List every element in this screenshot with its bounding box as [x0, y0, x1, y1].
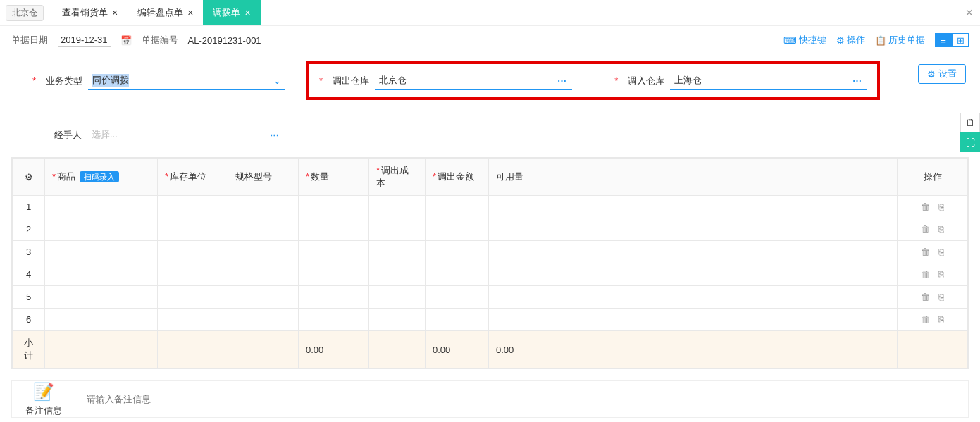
more-icon: ⋯: [270, 130, 280, 140]
items-table: ⚙ *商品扫码录入 *库存单位 规格型号 *数量 *调出成本 *调出金额 可用量…: [12, 158, 968, 368]
history-link[interactable]: 📋 历史单据: [875, 34, 925, 46]
row-index: 5: [13, 286, 45, 309]
row-index: 3: [13, 241, 45, 263]
tab-label: 调拨单: [213, 6, 240, 19]
row-index: 2: [13, 218, 45, 241]
row-index: 1: [13, 196, 45, 218]
more-icon: ⋯: [852, 75, 863, 86]
required-icon: *: [614, 75, 618, 86]
delete-icon[interactable]: 🗑: [921, 224, 930, 235]
subtotal-available: 0.00: [489, 331, 898, 368]
row-index: 4: [13, 263, 45, 286]
in-warehouse-value: 上海仓: [674, 74, 702, 87]
biz-type-select[interactable]: 同价调拨 ⌄: [88, 71, 285, 90]
copy-icon[interactable]: ⎘: [938, 201, 944, 212]
table-row[interactable]: 4 🗑⎘: [13, 263, 968, 286]
col-gear[interactable]: ⚙: [13, 159, 45, 196]
table-row[interactable]: 3 🗑⎘: [13, 241, 968, 263]
subtotal-amount: 0.00: [426, 331, 489, 368]
table-row[interactable]: 6 🗑⎘: [13, 309, 968, 331]
in-warehouse-label: 调入仓库: [625, 75, 664, 87]
shortcut-link[interactable]: ⌨ 快捷键: [783, 34, 826, 46]
table-row[interactable]: 5 🗑⎘: [13, 286, 968, 309]
delete-icon[interactable]: 🗑: [921, 247, 930, 257]
copy-icon[interactable]: ⎘: [938, 269, 944, 280]
handler-label: 经手人: [32, 129, 82, 142]
warehouse-highlight-box: * 调出仓库 北京仓 ⋯ * 调入仓库 上海仓 ⋯: [306, 61, 880, 100]
table-row[interactable]: 1 🗑⎘: [13, 196, 968, 218]
more-icon: ⋯: [557, 75, 568, 86]
subtotal-qty: 0.00: [299, 331, 369, 368]
handler-select[interactable]: 选择... ⋯: [87, 125, 285, 144]
doc-no-label: 单据编号: [142, 34, 178, 46]
tab-view-sales[interactable]: 查看销货单 ×: [52, 0, 128, 25]
required-icon: *: [319, 75, 323, 86]
scan-badge[interactable]: 扫码录入: [80, 171, 119, 182]
col-ops: 操作: [898, 159, 968, 196]
col-unit: *库存单位: [158, 159, 228, 196]
delete-icon[interactable]: 🗑: [921, 269, 930, 280]
operate-link[interactable]: ⚙ 操作: [836, 34, 865, 46]
col-out-cost: *调出成本: [369, 159, 426, 196]
location-tag[interactable]: 北京仓: [6, 5, 44, 21]
delete-icon[interactable]: 🗑: [921, 314, 930, 325]
copy-icon[interactable]: ⎘: [938, 224, 944, 235]
tab-label: 查看销货单: [62, 6, 108, 19]
delete-icon[interactable]: 🗑: [921, 201, 930, 212]
table-row[interactable]: 2 🗑⎘: [13, 218, 968, 241]
delete-icon[interactable]: 🗑: [921, 292, 930, 302]
subtotal-label: 小计: [13, 331, 45, 368]
side-note-icon[interactable]: 🗒: [960, 113, 980, 132]
out-warehouse-value: 北京仓: [379, 74, 407, 87]
row-index: 6: [13, 309, 45, 331]
chevron-down-icon: ⌄: [273, 75, 281, 86]
view-list-button[interactable]: ≡: [935, 33, 952, 47]
view-grid-button[interactable]: ⊞: [952, 33, 969, 47]
gear-icon: ⚙: [927, 69, 936, 80]
remark-label: 备注信息: [25, 404, 62, 417]
copy-icon[interactable]: ⎘: [938, 292, 944, 302]
in-warehouse-select[interactable]: 上海仓 ⋯: [670, 71, 867, 90]
col-available: 可用量: [489, 159, 898, 196]
copy-icon[interactable]: ⎘: [938, 247, 944, 257]
copy-icon[interactable]: ⎘: [938, 314, 944, 325]
close-icon[interactable]: ×: [187, 7, 193, 18]
calendar-icon[interactable]: 📅: [120, 35, 132, 46]
tab-label: 编辑盘点单: [137, 6, 183, 19]
tab-transfer[interactable]: 调拨单 ×: [203, 0, 260, 25]
out-warehouse-select[interactable]: 北京仓 ⋯: [375, 71, 572, 90]
out-warehouse-label: 调出仓库: [330, 75, 369, 87]
handler-placeholder: 选择...: [92, 128, 118, 141]
side-expand-icon[interactable]: ⛶: [960, 132, 980, 152]
doc-no-value: AL-20191231-001: [188, 35, 261, 46]
col-product: *商品扫码录入: [45, 159, 158, 196]
tab-edit-inventory[interactable]: 编辑盘点单 ×: [128, 0, 203, 25]
close-panel-icon[interactable]: ×: [965, 6, 973, 20]
biz-type-value: 同价调拨: [92, 74, 129, 87]
close-icon[interactable]: ×: [244, 7, 250, 18]
col-qty: *数量: [299, 159, 369, 196]
date-value[interactable]: 2019-12-31: [58, 33, 111, 47]
date-label: 单据日期: [11, 34, 48, 46]
remark-input[interactable]: [75, 381, 968, 417]
note-icon: 📝: [33, 382, 54, 402]
biz-type-label: 业务类型: [43, 75, 82, 87]
required-icon: *: [32, 75, 36, 86]
settings-button[interactable]: ⚙ 设置: [918, 64, 966, 84]
close-icon[interactable]: ×: [112, 7, 118, 18]
col-out-amount: *调出金额: [426, 159, 489, 196]
col-spec: 规格型号: [228, 159, 299, 196]
